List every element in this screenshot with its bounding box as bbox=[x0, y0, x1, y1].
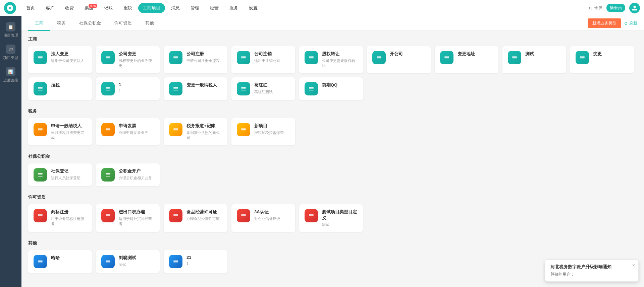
card-title: 公司变更 bbox=[119, 51, 154, 57]
card-title: 法人变更 bbox=[51, 51, 87, 57]
card-title: 刘聪测试 bbox=[119, 255, 154, 261]
card-info: 11 bbox=[119, 82, 154, 93]
card-测试[interactable]: 测试 bbox=[502, 46, 566, 73]
section-shebaogongjijin: 社保公积金社保登记进行人员社保登记公积金开户办理公积金相关业务 bbox=[28, 153, 637, 186]
card-info: 申请发票办理申请发票业务 bbox=[119, 123, 154, 135]
nav-item-收费[interactable]: 收费 bbox=[60, 3, 78, 13]
sub-tab-社保公积金[interactable]: 社保公积金 bbox=[72, 16, 108, 31]
card-刘聪测试[interactable]: 刘聪测试测试 bbox=[96, 250, 160, 273]
card-title: 哈哈 bbox=[51, 255, 87, 261]
sidebar-label: 项目类型 bbox=[3, 55, 18, 60]
card-公司注册[interactable]: 公司注册申请公司注册全流程 bbox=[164, 46, 227, 73]
avatar[interactable] bbox=[629, 3, 640, 13]
card-股权转让[interactable]: 股权转让公司变更需要股权转让 bbox=[299, 46, 363, 73]
card-新项目[interactable]: 新项目报税加税控盘保管 bbox=[231, 118, 295, 145]
sidebar-item-项目类型[interactable]: 🏷项目类型 bbox=[0, 41, 21, 64]
notification-close[interactable]: × bbox=[632, 263, 635, 268]
card-info: 211 bbox=[186, 255, 222, 266]
card-公司注销[interactable]: 公司注销适用于注销公司 bbox=[231, 46, 295, 73]
nav-item-经营[interactable]: 经营 bbox=[205, 3, 223, 13]
section-title: 税务 bbox=[28, 108, 637, 114]
sidebar-icon: 📋 bbox=[6, 22, 15, 31]
card-商标注册[interactable]: 商标注册用于企业商标注册服务 bbox=[28, 204, 92, 232]
refresh-button[interactable]: 刷新 bbox=[624, 20, 637, 26]
card-title: 拉拉 bbox=[51, 82, 87, 88]
cards-grid: 商标注册用于企业商标注册服务进出口权办理适用于对外贸易经营者食品经营许可证办理食… bbox=[28, 204, 637, 232]
card-title: 变更 bbox=[593, 51, 629, 57]
card-拉拉[interactable]: 拉拉 bbox=[28, 77, 92, 100]
card-info: 社保登记进行人员社保登记 bbox=[51, 168, 87, 181]
card-desc: 测试 bbox=[322, 222, 358, 227]
card-开公司[interactable]: 开公司 bbox=[367, 46, 431, 73]
card-icon bbox=[440, 51, 453, 64]
nav-item-记账[interactable]: 记账 bbox=[99, 3, 117, 13]
content-area: 工商税务社保公积金许可资质其他 新增业务类型 刷新 工商法人变更适用于公司变更法… bbox=[21, 16, 644, 287]
nav-item-设置[interactable]: 设置 bbox=[244, 3, 262, 13]
sub-tab-许可资质[interactable]: 许可资质 bbox=[108, 16, 139, 31]
card-21[interactable]: 211 bbox=[164, 250, 227, 273]
card-申请一般纳税人[interactable]: 申请一般纳税人当月或次月成变更完成 bbox=[28, 118, 92, 145]
nav-item-首页[interactable]: 首页 bbox=[21, 3, 40, 13]
nav-item-管理[interactable]: 管理 bbox=[186, 3, 204, 13]
card-1[interactable]: 11 bbox=[96, 77, 160, 100]
card-info: 新项目报税加税控盘保管 bbox=[254, 123, 290, 135]
card-葛红红[interactable]: 葛红红葛红红测试 bbox=[231, 77, 295, 100]
nav-item-服务[interactable]: 服务 bbox=[225, 3, 243, 13]
card-公积金开户[interactable]: 公积金开户办理公积金相关业务 bbox=[96, 163, 160, 186]
card-title: 测试项目类型目定义 bbox=[322, 209, 358, 221]
sub-tab-工商[interactable]: 工商 bbox=[28, 16, 50, 31]
card-title: 3A认证 bbox=[254, 209, 290, 215]
nav-item-客户[interactable]: 客户 bbox=[41, 3, 59, 13]
card-icon bbox=[169, 209, 182, 222]
sidebar-item-进度监控[interactable]: 📊进度监控 bbox=[0, 64, 21, 86]
card-变更[interactable]: 变更 bbox=[570, 46, 634, 73]
card-法人变更[interactable]: 法人变更适用于公司变更法人 bbox=[28, 46, 92, 73]
card-info: 食品经营许可证办理食品经营许可证 bbox=[186, 209, 222, 221]
app-logo[interactable] bbox=[4, 2, 16, 14]
card-desc: 办理公积金相关业务 bbox=[119, 175, 154, 181]
card-社保登记[interactable]: 社保登记进行人员社保登记 bbox=[28, 163, 92, 186]
card-info: 公积金开户办理公积金相关业务 bbox=[119, 168, 154, 181]
card-icon bbox=[508, 51, 521, 64]
card-进出口权办理[interactable]: 进出口权办理适用于对外贸易经营者 bbox=[96, 204, 160, 232]
card-title: 商标注册 bbox=[51, 209, 87, 215]
sub-tab-其他[interactable]: 其他 bbox=[139, 16, 161, 31]
card-title: 社保登记 bbox=[51, 168, 87, 174]
card-icon bbox=[101, 209, 115, 222]
card-公司变更[interactable]: 公司变更股权变更外的业务变更 bbox=[96, 46, 160, 73]
card-icon bbox=[372, 51, 386, 64]
sub-tabs: 工商税务社保公积金许可资质其他 bbox=[28, 16, 161, 31]
card-desc: 公司变更需要股权转让 bbox=[322, 58, 358, 69]
card-info: 商标注册用于企业商标注册服务 bbox=[51, 209, 87, 227]
card-变更一般纳税人[interactable]: 变更一般纳税人 bbox=[164, 77, 227, 100]
main-layout: 📋项目管理🏷项目类型📊进度监控 工商税务社保公积金许可资质其他 新增业务类型 刷… bbox=[0, 16, 644, 287]
vip-button[interactable]: 畅会员 bbox=[606, 4, 625, 12]
card-前期QQ[interactable]: 前期QQ bbox=[299, 77, 363, 100]
card-title: 申请一般纳税人 bbox=[51, 123, 87, 129]
fullscreen-button[interactable]: 全屏 bbox=[588, 5, 602, 11]
card-info: 公司变更股权变更外的业务变更 bbox=[119, 51, 154, 69]
card-desc: 股权变更外的业务变更 bbox=[119, 58, 154, 69]
card-哈哈[interactable]: 哈哈 bbox=[28, 250, 92, 273]
card-税务报道+记账[interactable]: 税务报道+记账拿到营业执照的新公司 bbox=[164, 118, 227, 145]
card-3A认证[interactable]: 3A认证对企业信誉评级 bbox=[231, 204, 295, 232]
sidebar-item-项目管理[interactable]: 📋项目管理 bbox=[0, 19, 21, 41]
card-info: 变更 bbox=[593, 51, 629, 58]
nav-item-消息[interactable]: 消息 bbox=[166, 3, 184, 13]
card-title: 公司注销 bbox=[254, 51, 290, 57]
sidebar-icon: 🏷 bbox=[6, 45, 15, 54]
sub-tab-税务[interactable]: 税务 bbox=[50, 16, 72, 31]
card-食品经营许可证[interactable]: 食品经营许可证办理食品经营许可证 bbox=[164, 204, 227, 232]
card-icon bbox=[237, 209, 250, 222]
nav-item-票据[interactable]: 票据new bbox=[80, 3, 98, 13]
card-icon bbox=[169, 51, 182, 64]
card-desc: 1 bbox=[119, 88, 154, 93]
card-icon bbox=[169, 123, 182, 136]
card-测试项目类型目定义[interactable]: 测试项目类型目定义测试 bbox=[299, 204, 363, 232]
card-变更地址[interactable]: 变更地址 bbox=[435, 46, 498, 73]
new-business-type-button[interactable]: 新增业务类型 bbox=[588, 18, 621, 28]
card-申请发票[interactable]: 申请发票办理申请发票业务 bbox=[96, 118, 160, 145]
nav-item-工商项目[interactable]: 工商项目 bbox=[138, 3, 165, 13]
nav-item-报税[interactable]: 报税 bbox=[119, 3, 137, 13]
card-icon bbox=[34, 51, 47, 64]
